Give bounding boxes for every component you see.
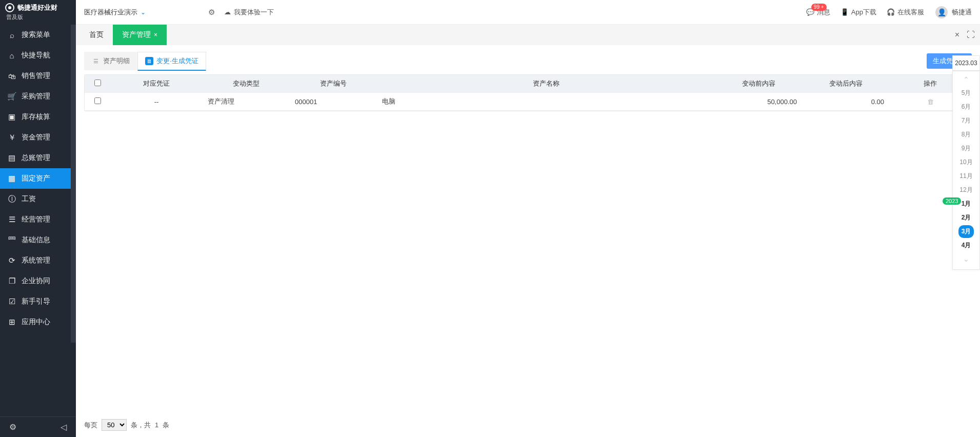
support-label: 在线客服 bbox=[897, 8, 924, 17]
support-link[interactable]: 🎧 在线客服 bbox=[887, 8, 924, 17]
column-header: 变动后内容 bbox=[802, 75, 889, 93]
sidebar-item-label: 固定资产 bbox=[22, 174, 50, 183]
sidebar-item-search[interactable]: ⌕搜索菜单 bbox=[0, 25, 76, 45]
sidebar-item-guide[interactable]: ☑新手引导 bbox=[0, 291, 76, 312]
tab-close-icon[interactable]: × bbox=[154, 31, 157, 38]
table-cell bbox=[85, 93, 110, 111]
info-icon: 罒 bbox=[7, 235, 16, 245]
ledger-icon: ▤ bbox=[7, 153, 16, 163]
period-down-icon[interactable]: ⌄ bbox=[963, 255, 969, 263]
period-month[interactable]: 3月 bbox=[958, 225, 974, 238]
tenant-settings-icon[interactable]: ⚙ bbox=[208, 8, 215, 17]
subtab[interactable]: 🗎变更·生成凭证 bbox=[137, 52, 206, 71]
period-month[interactable]: 9月 bbox=[953, 142, 979, 155]
collab-icon: ❐ bbox=[7, 276, 16, 286]
pagination: 每页 50 条，共 1 条 bbox=[84, 414, 972, 433]
period-month[interactable]: 10月 bbox=[953, 156, 979, 169]
sidebar-item-cart[interactable]: 🛒采购管理 bbox=[0, 86, 76, 107]
subtab[interactable]: ☰资产明细 bbox=[84, 52, 137, 70]
ops-icon: ☰ bbox=[7, 215, 16, 224]
sidebar-item-label: 新手引导 bbox=[22, 297, 50, 306]
pager-suffix-b: 条 bbox=[163, 421, 169, 430]
voucher-icon: 🗎 bbox=[145, 57, 153, 65]
sidebar-item-wage[interactable]: Ⓘ工资 bbox=[0, 189, 76, 209]
tab-label: 首页 bbox=[89, 30, 104, 39]
sidebar-item-asset[interactable]: ▦固定资产 bbox=[0, 168, 76, 189]
list-icon: ☰ bbox=[92, 57, 100, 65]
sidebar-item-label: 资金管理 bbox=[22, 133, 50, 142]
guide-icon: ☑ bbox=[7, 297, 16, 306]
close-all-tabs-icon[interactable]: × bbox=[955, 30, 959, 39]
sidebar-item-label: 库存核算 bbox=[22, 112, 50, 122]
messages-badge: 99 + bbox=[811, 4, 827, 11]
period-month[interactable]: 11月 bbox=[953, 170, 979, 183]
messages-link[interactable]: 99 + 💬 消息 bbox=[806, 8, 830, 17]
tenant-selector[interactable]: 医疗器械行业演示 ⌄ bbox=[84, 8, 202, 17]
edition-badge: 普及版 bbox=[6, 13, 71, 21]
select-all-checkbox[interactable] bbox=[94, 80, 101, 86]
table-cell: 50,000.00 bbox=[715, 93, 802, 111]
app-download-label: App下载 bbox=[851, 8, 876, 17]
period-up-icon[interactable]: ⌃ bbox=[963, 75, 969, 84]
brand-logo-icon bbox=[5, 3, 14, 12]
avatar-icon: 👤 bbox=[935, 6, 948, 18]
sidebar-item-label: 采购管理 bbox=[22, 92, 50, 101]
sidebar-item-info[interactable]: 罒基础信息 bbox=[0, 230, 76, 250]
period-month[interactable]: 4月 bbox=[953, 239, 979, 252]
brand-area: 畅捷通好业财 普及版 bbox=[0, 0, 76, 25]
sidebar-item-bag[interactable]: 🛍销售管理 bbox=[0, 66, 76, 86]
sidebar-item-wallet[interactable]: ￥资金管理 bbox=[0, 127, 76, 148]
sidebar-item-label: 快捷导航 bbox=[22, 51, 50, 60]
tenant-name: 医疗器械行业演示 bbox=[84, 8, 137, 17]
sidebar-scrollbar[interactable] bbox=[71, 25, 76, 343]
period-month[interactable]: 7月 bbox=[953, 114, 979, 127]
column-header: 资产名称 bbox=[377, 75, 715, 93]
experience-link[interactable]: ☁ 我要体验一下 bbox=[224, 8, 274, 17]
appcenter-icon: ⊞ bbox=[7, 317, 16, 327]
row-checkbox[interactable] bbox=[94, 97, 101, 104]
user-menu[interactable]: 👤 畅捷通 bbox=[935, 6, 972, 18]
delete-icon[interactable]: 🗑 bbox=[927, 98, 934, 106]
settings-icon[interactable]: ⚙ bbox=[9, 422, 16, 432]
sidebar-item-sys[interactable]: ⟳系统管理 bbox=[0, 250, 76, 271]
period-month[interactable]: 6月 bbox=[953, 101, 979, 113]
sidebar-item-box[interactable]: ▣库存核算 bbox=[0, 107, 76, 127]
page-size-select[interactable]: 50 bbox=[102, 419, 127, 431]
sidebar-item-appcenter[interactable]: ⊞应用中心 bbox=[0, 312, 76, 332]
table-cell: 0.00 bbox=[802, 93, 889, 111]
page-tab[interactable]: 资产管理× bbox=[113, 25, 167, 45]
table-cell: 资产清理 bbox=[203, 93, 290, 111]
sys-icon: ⟳ bbox=[7, 256, 16, 265]
column-header: 变动前内容 bbox=[715, 75, 802, 93]
sidebar-item-ledger[interactable]: ▤总账管理 bbox=[0, 148, 76, 168]
home-icon: ⌂ bbox=[7, 51, 16, 60]
table-cell: -- bbox=[110, 93, 203, 111]
sidebar-item-collab[interactable]: ❐企业协同 bbox=[0, 271, 76, 291]
fullscreen-icon[interactable]: ⛶ bbox=[967, 30, 975, 39]
asset-icon: ▦ bbox=[7, 174, 16, 183]
column-header: 变动类型 bbox=[203, 75, 290, 93]
sidebar-item-home[interactable]: ⌂快捷导航 bbox=[0, 45, 76, 66]
pager-suffix-a: 条，共 bbox=[131, 421, 151, 430]
column-header: 对应凭证 bbox=[110, 75, 203, 93]
table-row[interactable]: --资产清理000001电脑50,000.000.00🗑 bbox=[85, 93, 971, 111]
sidebar-item-label: 基础信息 bbox=[22, 235, 50, 245]
period-month[interactable]: 5月 bbox=[953, 87, 979, 100]
period-year-badge: 2023 bbox=[943, 197, 961, 205]
period-month[interactable]: 8月 bbox=[953, 128, 979, 141]
chevron-down-icon: ⌄ bbox=[141, 9, 146, 16]
data-table: 对应凭证变动类型资产编号资产名称变动前内容变动后内容操作 --资产清理00000… bbox=[84, 74, 972, 111]
cart-icon: 🛒 bbox=[7, 92, 16, 101]
period-month[interactable]: 2月 bbox=[953, 211, 979, 224]
collapse-sidebar-icon[interactable]: ◁ bbox=[61, 422, 67, 432]
period-current[interactable]: 2023.03 bbox=[952, 55, 980, 71]
sidebar-item-ops[interactable]: ☰经营管理 bbox=[0, 209, 76, 230]
phone-icon: 📱 bbox=[841, 8, 849, 16]
column-header: 资产编号 bbox=[290, 75, 377, 93]
period-month[interactable]: 12月 bbox=[953, 184, 979, 196]
pager-total: 1 bbox=[155, 421, 158, 429]
page-tab[interactable]: 首页 bbox=[80, 25, 113, 45]
app-download-link[interactable]: 📱 App下载 bbox=[841, 8, 876, 17]
table-cell: 电脑 bbox=[377, 93, 715, 111]
bag-icon: 🛍 bbox=[7, 71, 16, 81]
